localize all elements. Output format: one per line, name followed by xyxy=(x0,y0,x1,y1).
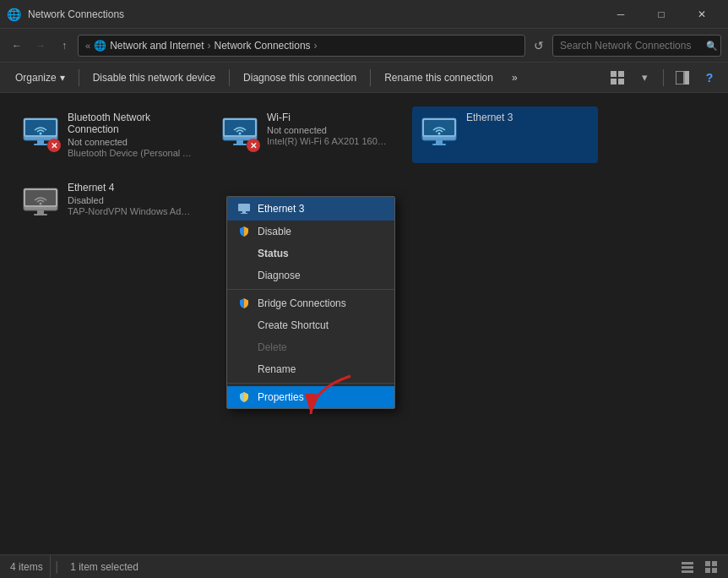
diagnose-label: Diagnose this connection xyxy=(243,72,356,84)
ethernet3-name: Ethernet 3 xyxy=(466,112,591,123)
svg-rect-0 xyxy=(611,71,617,77)
maximize-button[interactable]: □ xyxy=(642,2,681,27)
svg-rect-35 xyxy=(242,211,246,213)
svg-rect-41 xyxy=(705,561,710,566)
organize-chevron: ▾ xyxy=(60,72,65,84)
svg-rect-18 xyxy=(233,144,247,145)
svg-point-19 xyxy=(239,133,242,135)
menu-shortcut-label: Create Shortcut xyxy=(258,319,329,331)
svg-rect-31 xyxy=(37,210,44,214)
bluetooth-desc: Bluetooth Device (Personal Area ... xyxy=(68,148,193,158)
up-button[interactable]: ↑ xyxy=(54,35,74,56)
menu-shortcut-icon xyxy=(237,319,251,332)
context-menu-title: Ethernet 3 xyxy=(258,203,304,215)
window-controls: ─ □ ✕ xyxy=(601,2,721,27)
refresh-button[interactable]: ↺ xyxy=(529,35,549,56)
title-bar: 🌐 Network Connections ─ □ ✕ xyxy=(0,0,728,29)
menu-item-shortcut[interactable]: Create Shortcut xyxy=(227,314,394,336)
menu-bridge-label: Bridge Connections xyxy=(258,297,346,309)
menu-properties-icon xyxy=(237,390,251,404)
svg-rect-32 xyxy=(34,214,47,215)
svg-rect-40 xyxy=(682,570,693,573)
menu-disable-icon xyxy=(237,225,251,238)
ethernet4-icon-container xyxy=(20,182,61,222)
toolbar-separator-1 xyxy=(79,69,79,86)
menu-item-bridge[interactable]: Bridge Connections xyxy=(227,292,394,314)
svg-rect-36 xyxy=(241,213,247,214)
toolbar-right: ▾ ? xyxy=(606,66,721,90)
organize-label: Organize xyxy=(15,72,57,84)
menu-bridge-icon xyxy=(237,297,251,310)
svg-rect-25 xyxy=(432,144,446,145)
forward-button[interactable]: → xyxy=(30,35,51,56)
network-item-ethernet3[interactable]: Ethernet 3 xyxy=(412,106,598,163)
address-bar: ← → ↑ « 🌐 Network and Internet › Network… xyxy=(0,29,728,63)
search-icon[interactable]: 🔍 xyxy=(706,40,718,51)
error-badge-bluetooth: ✕ xyxy=(47,139,61,152)
ethernet4-info: Ethernet 4 Disabled TAP-NordVPN Windows … xyxy=(68,182,193,216)
search-input[interactable] xyxy=(552,35,721,57)
view-toggle-button[interactable] xyxy=(606,66,629,90)
menu-item-diagnose[interactable]: Diagnose xyxy=(227,264,394,286)
status-details-view[interactable] xyxy=(701,558,721,576)
wifi-name: Wi-Fi xyxy=(267,112,392,123)
network-item-ethernet4[interactable]: Ethernet 4 Disabled TAP-NordVPN Windows … xyxy=(14,177,199,227)
search-wrapper: 🔍 xyxy=(552,35,721,57)
menu-properties-label: Properties xyxy=(258,391,304,403)
address-path[interactable]: « 🌐 Network and Internet › Network Conne… xyxy=(78,35,525,57)
svg-point-33 xyxy=(40,203,42,205)
ethernet3-info: Ethernet 3 xyxy=(466,112,591,123)
svg-rect-10 xyxy=(37,140,44,144)
svg-rect-44 xyxy=(712,568,717,573)
disable-button[interactable]: Disable this network device xyxy=(84,66,224,90)
svg-rect-17 xyxy=(236,140,243,144)
status-selected-count: 1 item selected xyxy=(63,555,145,578)
svg-rect-5 xyxy=(685,71,689,85)
toolbar: Organize ▾ Disable this network device D… xyxy=(0,63,728,93)
svg-point-26 xyxy=(438,133,441,135)
preview-pane-button[interactable] xyxy=(671,66,694,90)
svg-rect-34 xyxy=(238,204,250,211)
svg-rect-24 xyxy=(436,140,443,144)
svg-rect-4 xyxy=(676,71,684,85)
disable-label: Disable this network device xyxy=(93,72,215,84)
path-prefix: « xyxy=(85,41,90,51)
bluetooth-info: Bluetooth Network Connection Not connect… xyxy=(68,112,193,158)
view-chevron-button[interactable]: ▾ xyxy=(633,66,656,90)
bluetooth-name: Bluetooth Network Connection xyxy=(68,112,193,135)
wifi-status: Not connected xyxy=(267,125,392,135)
status-separator: │ xyxy=(51,555,64,578)
back-button[interactable]: ← xyxy=(7,35,27,56)
menu-status-icon xyxy=(237,247,251,260)
wifi-icon-container: ✕ xyxy=(220,112,260,152)
menu-delete-label: Delete xyxy=(258,341,287,353)
minimize-button[interactable]: ─ xyxy=(601,2,640,27)
more-button[interactable]: » xyxy=(503,66,526,90)
error-badge-wifi: ✕ xyxy=(247,139,260,152)
menu-item-disable[interactable]: Disable xyxy=(227,221,394,243)
network-item-bluetooth[interactable]: ✕ Bluetooth Network Connection Not conne… xyxy=(14,106,199,163)
menu-item-status[interactable]: Status xyxy=(227,243,394,264)
window-title: Network Connections xyxy=(28,8,595,20)
svg-rect-2 xyxy=(611,79,617,85)
bluetooth-icon-container: ✕ xyxy=(20,112,61,152)
rename-button[interactable]: Rename this connection xyxy=(376,66,502,90)
context-menu-header: Ethernet 3 xyxy=(227,197,394,221)
organize-button[interactable]: Organize ▾ xyxy=(7,66,73,90)
wifi-desc: Intel(R) Wi-Fi 6 AX201 160MHz xyxy=(267,136,392,146)
path-part2: Network Connections xyxy=(215,40,311,52)
close-button[interactable]: ✕ xyxy=(682,2,721,27)
menu-diagnose-label: Diagnose xyxy=(258,270,301,281)
ethernet4-status: Disabled xyxy=(68,195,193,205)
wifi-info: Wi-Fi Not connected Intel(R) Wi-Fi 6 AX2… xyxy=(267,112,392,146)
svg-point-12 xyxy=(40,133,42,135)
menu-status-label: Status xyxy=(258,248,289,259)
status-list-view[interactable] xyxy=(677,558,698,576)
network-item-wifi[interactable]: ✕ Wi-Fi Not connected Intel(R) Wi-Fi 6 A… xyxy=(213,106,399,163)
toolbar-separator-2 xyxy=(229,69,230,86)
menu-diagnose-icon xyxy=(237,269,251,282)
diagnose-button[interactable]: Diagnose this connection xyxy=(235,66,365,90)
status-bar: 4 items │ 1 item selected xyxy=(0,554,728,578)
help-button[interactable]: ? xyxy=(698,66,721,90)
ethernet4-name: Ethernet 4 xyxy=(68,182,193,194)
